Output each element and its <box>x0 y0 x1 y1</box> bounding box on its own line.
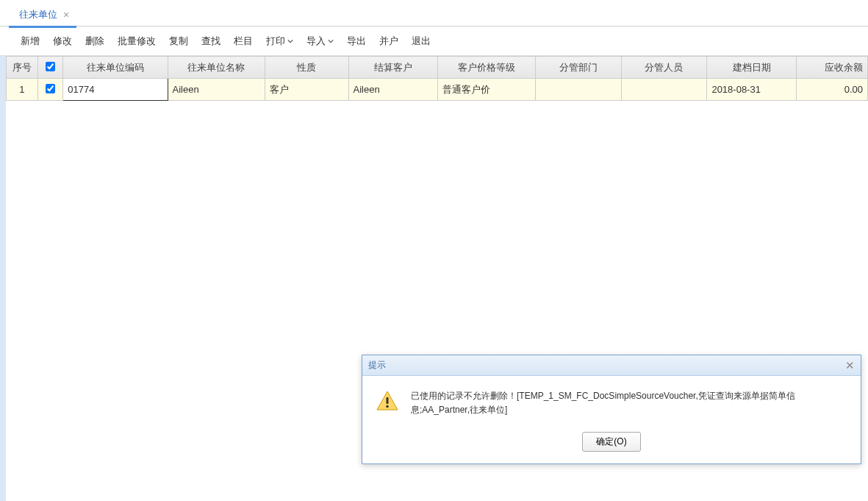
table-row[interactable]: 1 01774 Aileen 客户 Aileen 普通客户价 2018-08-3… <box>7 79 868 101</box>
cell-receivable[interactable]: 0.00 <box>797 79 868 101</box>
cell-person[interactable] <box>621 79 707 101</box>
table-header-row: 序号 往来单位编码 往来单位名称 性质 结算客户 客户价格等级 分管部门 分管人… <box>7 57 868 79</box>
header-checkbox[interactable] <box>37 57 63 79</box>
print-button[interactable]: 打印 <box>266 35 293 48</box>
cell-price-level[interactable]: 普通客户价 <box>438 79 535 101</box>
warning-icon <box>376 389 399 413</box>
header-code[interactable]: 往来单位编码 <box>63 57 168 79</box>
chevron-down-icon <box>287 38 293 44</box>
row-checkbox[interactable] <box>46 84 55 93</box>
left-gutter <box>0 56 6 501</box>
exit-button[interactable]: 退出 <box>412 35 431 48</box>
header-receivable[interactable]: 应收余额 <box>797 57 868 79</box>
delete-button[interactable]: 删除 <box>85 35 104 48</box>
cell-code[interactable]: 01774 <box>63 79 168 101</box>
export-button[interactable]: 导出 <box>347 35 366 48</box>
select-all-checkbox[interactable] <box>46 62 55 71</box>
cell-name[interactable]: Aileen <box>168 79 265 101</box>
import-button[interactable]: 导入 <box>306 35 334 48</box>
columns-button[interactable]: 栏目 <box>234 35 253 48</box>
header-person[interactable]: 分管人员 <box>621 57 707 79</box>
cell-seq[interactable]: 1 <box>7 79 38 101</box>
alert-dialog: 提示 ✕ 已使用的记录不允许删除！[TEMP_1_SM_FC_DocSimple… <box>362 355 861 464</box>
dialog-body: 已使用的记录不允许删除！[TEMP_1_SM_FC_DocSimpleSourc… <box>362 376 861 424</box>
ok-button-label: 确定(O) <box>596 436 626 447</box>
data-table: 序号 往来单位编码 往来单位名称 性质 结算客户 客户价格等级 分管部门 分管人… <box>6 56 868 101</box>
tab-label: 往来单位 <box>19 8 57 21</box>
svg-rect-0 <box>387 397 389 404</box>
batch-edit-button[interactable]: 批量修改 <box>118 35 156 48</box>
search-button[interactable]: 查找 <box>201 35 220 48</box>
new-button[interactable]: 新增 <box>21 35 40 48</box>
tab-bar: 往来单位 × <box>0 0 868 26</box>
header-nature[interactable]: 性质 <box>265 57 348 79</box>
import-label: 导入 <box>306 35 326 48</box>
dialog-footer: 确定(O) <box>362 424 861 463</box>
cell-checkbox[interactable] <box>37 79 63 101</box>
merge-button[interactable]: 并户 <box>379 35 398 48</box>
ok-button[interactable]: 确定(O) <box>582 432 640 452</box>
header-seq[interactable]: 序号 <box>7 57 38 79</box>
copy-button[interactable]: 复制 <box>169 35 188 48</box>
toolbar: 新增 修改 删除 批量修改 复制 查找 栏目 打印 导入 导出 并户 退出 <box>0 26 868 56</box>
dialog-message: 已使用的记录不允许删除！[TEMP_1_SM_FC_DocSimpleSourc… <box>411 389 847 417</box>
header-settle-customer[interactable]: 结算客户 <box>348 57 438 79</box>
close-icon[interactable]: × <box>63 10 69 20</box>
chevron-down-icon <box>328 38 334 44</box>
close-icon[interactable]: ✕ <box>845 360 855 371</box>
cell-create-date[interactable]: 2018-08-31 <box>707 79 797 101</box>
header-dept[interactable]: 分管部门 <box>535 57 621 79</box>
header-name[interactable]: 往来单位名称 <box>168 57 265 79</box>
tab-partner-units[interactable]: 往来单位 × <box>9 4 76 28</box>
header-create-date[interactable]: 建档日期 <box>707 57 797 79</box>
cell-dept[interactable] <box>535 79 621 101</box>
header-price-level[interactable]: 客户价格等级 <box>438 57 535 79</box>
dialog-header[interactable]: 提示 ✕ <box>362 355 861 376</box>
cell-nature[interactable]: 客户 <box>265 79 348 101</box>
svg-point-1 <box>386 405 389 408</box>
edit-button[interactable]: 修改 <box>53 35 72 48</box>
print-label: 打印 <box>266 35 285 48</box>
cell-settle-customer[interactable]: Aileen <box>348 79 438 101</box>
dialog-title: 提示 <box>368 359 386 372</box>
